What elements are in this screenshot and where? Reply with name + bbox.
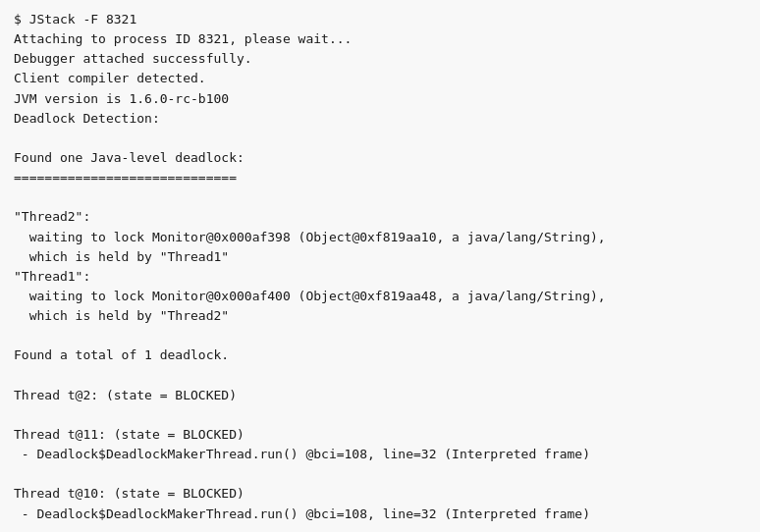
terminal-output: $ JStack -F 8321 Attaching to process ID… (14, 10, 746, 524)
